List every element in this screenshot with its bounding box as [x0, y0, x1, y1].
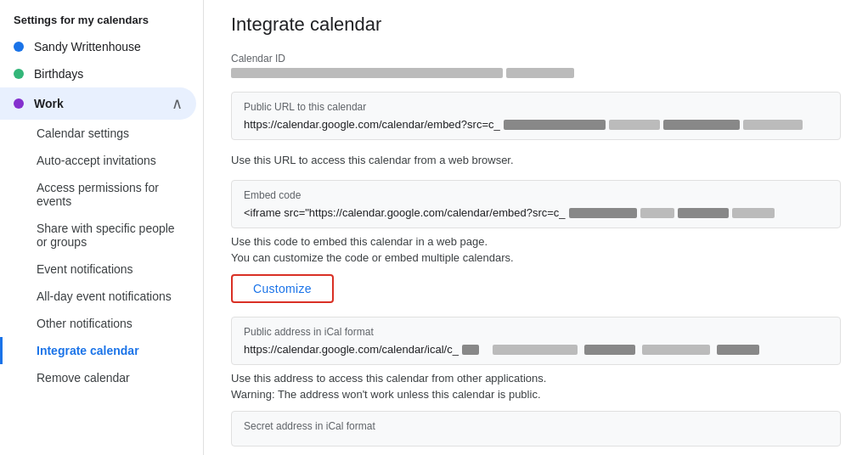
- ical-secret-label: Secret address in iCal format: [244, 420, 828, 432]
- sidebar-item-auto-accept[interactable]: Auto-accept invitations: [0, 147, 196, 174]
- calendar-dot-birthdays: [14, 69, 24, 79]
- calendar-id-blurred-2: [506, 68, 574, 78]
- public-url-label: Public URL to this calendar: [244, 101, 828, 113]
- calendar-id-blurred-1: [231, 68, 503, 78]
- sidebar-item-allday-notifications[interactable]: All-day event notifications: [0, 283, 196, 310]
- sidebar-calendar-birthdays[interactable]: Birthdays: [0, 60, 196, 87]
- embed-blurred-2: [640, 208, 674, 218]
- public-url-box: Public URL to this calendar https://cale…: [231, 92, 841, 140]
- calendar-dot-work: [14, 98, 24, 109]
- ical-blurred-4: [642, 345, 710, 355]
- sidebar-calendar-sandy[interactable]: Sandy Writtenhouse: [0, 33, 196, 60]
- public-url-blurred-4: [743, 120, 803, 130]
- ical-blurred-3: [584, 345, 635, 355]
- embed-blurred-4: [732, 208, 775, 218]
- ical-public-warning: Warning: The address won't work unless t…: [231, 388, 841, 401]
- sidebar-section-title: Settings for my calendars: [0, 7, 203, 33]
- customize-button-wrapper: Customize: [231, 274, 841, 303]
- sidebar-item-access-permissions[interactable]: Access permissions for events: [0, 174, 196, 215]
- sidebar-calendar-work[interactable]: Work ∧: [0, 87, 196, 120]
- calendar-label-work: Work: [34, 97, 64, 110]
- page-title: Integrate calendar: [231, 14, 841, 36]
- sidebar-item-other-notifications[interactable]: Other notifications: [0, 310, 196, 337]
- ical-blurred-2: [493, 345, 578, 355]
- embed-code-value: <iframe src="https://calendar.google.com…: [244, 206, 828, 219]
- sidebar-item-calendar-settings[interactable]: Calendar settings: [0, 120, 196, 147]
- calendar-label-sandy: Sandy Writtenhouse: [34, 40, 141, 53]
- customize-button[interactable]: Customize: [231, 274, 334, 303]
- embed-blurred-3: [678, 208, 729, 218]
- embed-code-box: Embed code <iframe src="https://calendar…: [231, 180, 841, 228]
- public-url-prefix: https://calendar.google.com/calendar/emb…: [244, 118, 500, 131]
- main-content: Integrate calendar Calendar ID Public UR…: [204, 0, 868, 455]
- ical-public-label: Public address in iCal format: [244, 326, 828, 338]
- sidebar-item-integrate-calendar[interactable]: Integrate calendar: [0, 337, 196, 364]
- ical-blurred-1: [462, 345, 479, 355]
- calendar-id-section: Calendar ID: [231, 53, 841, 78]
- calendar-id-label: Calendar ID: [231, 53, 841, 65]
- embed-code-prefix: <iframe src="https://calendar.google.com…: [244, 206, 566, 219]
- ical-public-box: Public address in iCal format https://ca…: [231, 317, 841, 365]
- sidebar-item-event-notifications[interactable]: Event notifications: [0, 256, 196, 283]
- public-url-description: Use this URL to access this calendar fro…: [231, 154, 841, 166]
- embed-description-2: You can customize the code or embed mult…: [231, 251, 841, 264]
- sidebar-item-share-specific[interactable]: Share with specific people or groups: [0, 215, 196, 256]
- embed-code-label: Embed code: [244, 189, 828, 201]
- public-url-blurred-2: [609, 120, 660, 130]
- ical-public-value: https://calendar.google.com/calendar/ica…: [244, 343, 828, 356]
- ical-secret-box: Secret address in iCal format: [231, 411, 841, 447]
- public-url-value: https://calendar.google.com/calendar/emb…: [244, 118, 828, 131]
- chevron-icon: ∧: [172, 94, 183, 113]
- sidebar: Settings for my calendars Sandy Writtenh…: [0, 0, 204, 455]
- public-url-blurred-1: [504, 120, 606, 130]
- ical-public-description: Use this address to access this calendar…: [231, 372, 841, 385]
- calendar-id-value: [231, 68, 841, 78]
- ical-public-prefix: https://calendar.google.com/calendar/ica…: [244, 343, 459, 356]
- calendar-label-birthdays: Birthdays: [34, 67, 83, 81]
- embed-blurred-1: [569, 208, 637, 218]
- embed-description-1: Use this code to embed this calendar in …: [231, 235, 841, 248]
- calendar-dot-sandy: [14, 42, 24, 52]
- sidebar-item-remove-calendar[interactable]: Remove calendar: [0, 364, 196, 391]
- public-url-blurred-3: [663, 120, 740, 130]
- ical-blurred-5: [717, 345, 759, 355]
